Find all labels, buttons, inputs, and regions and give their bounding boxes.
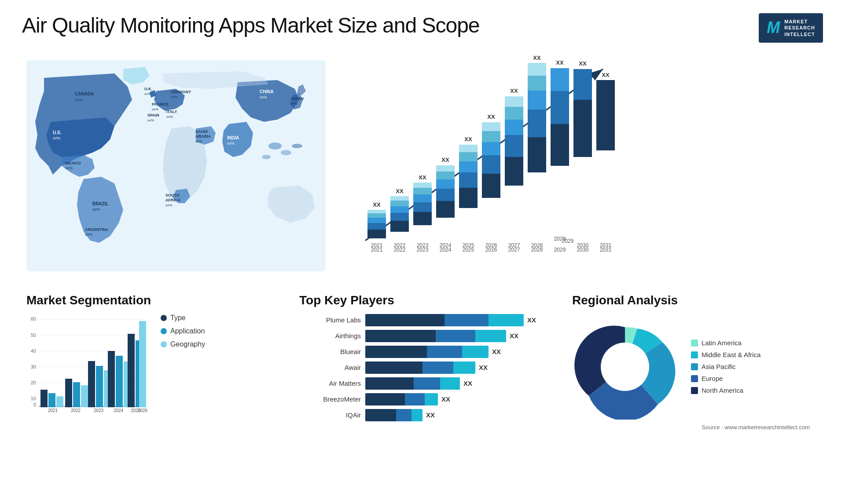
svg-rect-57: [413, 183, 432, 188]
donut-chart: [572, 314, 678, 420]
bottom-section: Market Segmentation 60 50 40 30 20 10 0: [22, 285, 823, 435]
svg-text:XX: XX: [602, 72, 610, 78]
svg-text:2024: 2024: [440, 247, 452, 253]
svg-rect-134: [48, 393, 55, 407]
svg-rect-78: [482, 122, 500, 131]
growth-chart-section: XX 2021 XX 2022 XX: [334, 51, 823, 280]
svg-text:2022: 2022: [394, 247, 406, 253]
svg-text:xx%: xx%: [65, 166, 73, 170]
legend-north-america: North America: [691, 387, 760, 394]
svg-rect-75: [482, 155, 500, 174]
svg-text:10: 10: [31, 396, 36, 401]
svg-text:SOUTH: SOUTH: [165, 193, 180, 197]
svg-text:U.K.: U.K.: [144, 87, 152, 91]
regional-section: Regional Analysis: [568, 289, 823, 435]
svg-text:JAPAN: JAPAN: [290, 96, 304, 101]
svg-rect-77: [482, 131, 500, 142]
svg-rect-42: [367, 213, 386, 218]
svg-rect-145: [108, 351, 115, 407]
player-bar-container: XX: [365, 377, 472, 390]
svg-text:xx%: xx%: [195, 139, 202, 143]
svg-text:INDIA: INDIA: [227, 135, 239, 140]
player-bar: [365, 346, 489, 358]
segmentation-section: Market Segmentation 60 50 40 30 20 10 0: [22, 289, 286, 435]
svg-rect-90: [528, 91, 546, 110]
map-section: CANADA xx% U.S. xx% MEXICO xx% BRAZIL xx…: [22, 51, 330, 280]
svg-text:XX: XX: [464, 136, 472, 142]
donut-area: Latin America Middle East & Africa Asia …: [572, 314, 819, 420]
svg-text:xx%: xx%: [152, 107, 158, 111]
svg-text:XX: XX: [579, 60, 587, 67]
svg-rect-146: [116, 356, 123, 407]
svg-rect-63: [436, 172, 455, 179]
svg-text:xx%: xx%: [53, 136, 60, 140]
svg-rect-71: [459, 145, 478, 152]
player-bar: [365, 393, 438, 405]
svg-rect-138: [73, 382, 80, 407]
svg-text:2022: 2022: [71, 408, 81, 413]
player-bar-seg2: [427, 346, 462, 358]
svg-rect-85: [505, 96, 523, 107]
players-title: Top Key Players: [299, 293, 555, 307]
legend-latin-america: Latin America: [691, 339, 760, 347]
player-bar-seg3: [440, 377, 460, 390]
svg-text:xx%: xx%: [290, 102, 297, 106]
player-bar-seg1: [365, 409, 396, 421]
svg-text:xx%: xx%: [75, 98, 82, 102]
player-bar-seg2: [422, 362, 453, 374]
player-bar-seg2: [445, 314, 489, 326]
svg-rect-92: [528, 63, 546, 76]
svg-point-35: [262, 155, 271, 159]
svg-rect-43: [367, 210, 386, 213]
header: Air Quality Monitoring Apps Market Size …: [22, 13, 823, 43]
svg-rect-97: [551, 68, 569, 91]
content-grid: CANADA xx% U.S. xx% MEXICO xx% BRAZIL xx…: [22, 51, 823, 435]
legend-color-ap: [691, 363, 698, 370]
svg-text:xx%: xx%: [147, 118, 154, 122]
players-list: Plume Labs XX Airthings: [299, 314, 555, 421]
svg-text:40: 40: [31, 348, 36, 354]
legend-type: Type: [161, 314, 205, 322]
svg-rect-142: [96, 366, 103, 407]
svg-rect-135: [56, 396, 63, 407]
svg-text:2027: 2027: [508, 247, 520, 253]
svg-rect-46: [390, 221, 409, 232]
svg-text:xx%: xx%: [92, 207, 100, 212]
player-bar-seg2: [396, 409, 411, 421]
svg-text:xx%: xx%: [144, 92, 151, 96]
player-row: BreezoMeter XX: [299, 393, 555, 405]
player-bar-container: XX: [365, 409, 435, 421]
regional-title: Regional Analysis: [572, 293, 819, 307]
logo-text: MARKET RESEARCH INTELLECT: [784, 18, 815, 37]
svg-text:XX: XX: [533, 56, 541, 61]
svg-rect-74: [482, 174, 500, 198]
svg-text:ARABIA: ARABIA: [195, 134, 211, 139]
svg-rect-61: [436, 189, 455, 201]
legend-mea: Middle East & Africa: [691, 351, 760, 358]
svg-text:xx%: xx%: [166, 115, 173, 119]
svg-text:xx%: xx%: [260, 95, 267, 99]
player-bar-seg1: [365, 330, 436, 342]
svg-text:ARGENTINA: ARGENTINA: [85, 227, 109, 232]
svg-text:2024: 2024: [114, 408, 124, 413]
svg-text:xx%: xx%: [165, 203, 172, 207]
svg-text:XX: XX: [556, 59, 564, 66]
svg-text:AFRICA: AFRICA: [165, 198, 180, 202]
svg-text:xx%: xx%: [227, 141, 235, 146]
donut-legend: Latin America Middle East & Africa Asia …: [691, 339, 760, 394]
svg-rect-103: [596, 80, 615, 150]
player-row: Air Matters XX: [299, 377, 555, 390]
svg-rect-69: [459, 161, 478, 172]
players-section: Top Key Players Plume Labs XX: [295, 289, 559, 435]
player-bar-seg3: [453, 362, 475, 374]
svg-text:2030: 2030: [577, 247, 589, 253]
segmentation-legend: Type Application Geography: [156, 314, 205, 348]
svg-point-33: [268, 142, 282, 150]
svg-rect-47: [390, 213, 409, 221]
player-bar: [365, 409, 422, 421]
svg-text:2026: 2026: [485, 247, 497, 253]
svg-text:U.S.: U.S.: [53, 130, 62, 135]
player-bar: [365, 314, 524, 326]
legend-color-latin: [691, 340, 698, 347]
svg-rect-152: [139, 321, 146, 407]
